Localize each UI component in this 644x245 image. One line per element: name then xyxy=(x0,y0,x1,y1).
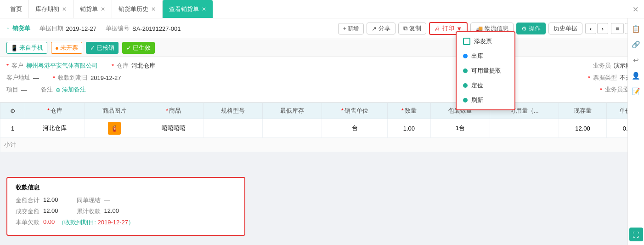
deal-amount-value: 12.00 xyxy=(43,207,58,216)
row-stock: 12.00 xyxy=(559,119,607,138)
dropdown-outbound[interactable]: 出库 xyxy=(457,49,514,63)
tab-home[interactable]: 首页 xyxy=(4,0,29,18)
dropdown-add-invoice[interactable]: 添发票 xyxy=(457,34,514,49)
sidebar-icon-link[interactable]: 🔗 xyxy=(629,38,643,51)
ops-dropdown: 添发票 出库 可用量提取 定位 刷新 xyxy=(456,31,515,110)
tab-home-label: 首页 xyxy=(10,5,22,13)
table-row: 1 河北仓库 🧯 嘻嘻嘻嘻 台 1.00 1台 12.00 0. xyxy=(0,119,644,138)
tab-sales-label: 销货单 xyxy=(80,5,98,13)
no-label: 单据编号 xyxy=(106,24,130,33)
due-date-value: 2019-12-27 xyxy=(90,74,121,81)
row-warehouse: 河北仓库 xyxy=(25,119,85,138)
settings-icon: ⚙ xyxy=(10,108,16,114)
doc-icon: ↑ xyxy=(6,25,10,32)
payment-row-1: 金额合计 12.00 同单现结 — xyxy=(16,196,236,205)
dropdown-refresh[interactable]: 刷新 xyxy=(457,93,514,108)
order-debt-field: 本单欠款 0.00 （收款到期日: 2019-12-27） xyxy=(16,218,134,227)
warehouse-value: 河北仓库 xyxy=(131,62,155,70)
subtotal-label: 小计 xyxy=(0,138,644,152)
cumulative-payment-value: 12.00 xyxy=(104,207,119,216)
tab-view-sales-label: 查看销货单 xyxy=(169,5,199,13)
same-order-settle-value: — xyxy=(104,196,110,205)
effect-button[interactable]: ✓ 已生效 xyxy=(122,42,155,54)
window-close-button[interactable]: ✕ xyxy=(633,5,638,13)
tab-view-sales-close[interactable]: ✕ xyxy=(202,6,206,12)
tab-inventory[interactable]: 库存期初 ✕ xyxy=(29,0,73,18)
doc-no-meta: 单据编号 SA-20191227-001 xyxy=(106,24,181,33)
tab-sales-history[interactable]: 销货单历史 ✕ xyxy=(112,0,163,18)
locate-dot xyxy=(463,83,468,88)
ops-button[interactable]: ⚙ 操作 xyxy=(516,23,546,34)
sidebar-icon-return[interactable]: ↩ xyxy=(629,53,643,67)
row-product: 嘻嘻嘻嘻 xyxy=(144,119,203,138)
invoice-icon xyxy=(463,38,470,45)
row-available xyxy=(490,119,559,138)
row-pkg-qty: 1台 xyxy=(430,119,490,138)
dropdown-available-qty[interactable]: 可用量提取 xyxy=(457,63,514,78)
tab-view-sales[interactable]: 查看销货单 ✕ xyxy=(163,0,213,18)
not-open-button[interactable]: ● 未开票 xyxy=(51,42,82,54)
col-stock: 现存量 xyxy=(559,103,607,119)
share-button[interactable]: ↗ 分享 xyxy=(367,23,395,34)
form-row-3: 项目 — 备注 ⊕ 添加备注 * 业务员孟 — xyxy=(6,85,638,94)
list-view-button[interactable]: ≡ xyxy=(611,23,624,34)
due-date-field: * 收款到期日 2019-12-27 xyxy=(53,74,121,82)
customer-field: * 客户 柳州粤港平安气体有限公司 xyxy=(6,62,98,70)
col-product-img: 商品图片 xyxy=(85,103,144,119)
row-product-img: 🧯 xyxy=(85,119,144,138)
copy-button[interactable]: ⧉ 复制 xyxy=(398,23,426,34)
tab-sales[interactable]: 销货单 ✕ xyxy=(73,0,112,18)
confirmed-button[interactable]: ✓ 已核销 xyxy=(86,42,119,54)
right-sidebar: 📋 🔗 ↩ 👤 📝 ⛶ xyxy=(627,18,644,245)
prev-arrow[interactable]: ‹ xyxy=(585,23,596,34)
cumulative-payment-field: 累计收款 12.00 xyxy=(77,207,119,216)
col-spec: 规格型号 xyxy=(203,103,263,119)
tab-sales-history-close[interactable]: ✕ xyxy=(151,6,156,12)
tab-sales-close[interactable]: ✕ xyxy=(101,6,105,12)
payment-row-2: 成交金额 12.00 累计收款 12.00 xyxy=(16,207,236,216)
sidebar-icon-expand[interactable]: ⛶ xyxy=(629,228,643,241)
doc-title-text: 销货单 xyxy=(12,24,30,33)
history-button[interactable]: 历史单据 xyxy=(548,23,582,34)
tab-sales-history-label: 销货单历史 xyxy=(119,5,148,13)
toolbar-row: 📱 来自手机 ● 未开票 ✓ 已核销 ✓ 已生效 xyxy=(0,39,644,57)
print-icon: 🖨 xyxy=(435,25,441,32)
date-value: 2019-12-27 xyxy=(66,25,97,32)
table-area: ⚙ *仓库 商品图片 *商品 规格型号 最低库存 *销售单位 *数量 包装数量 … xyxy=(0,103,644,152)
note-field: 备注 ⊕ 添加备注 xyxy=(41,85,86,94)
row-no: 1 xyxy=(0,119,25,138)
form-area: * 客户 柳州粤港平安气体有限公司 * 仓库 河北仓库 业务员 演示账号 客户地… xyxy=(0,57,644,103)
table-header: ⚙ *仓库 商品图片 *商品 规格型号 最低库存 *销售单位 *数量 包装数量 … xyxy=(0,103,644,119)
dropdown-locate[interactable]: 定位 xyxy=(457,78,514,93)
dot-orange: ● xyxy=(55,45,59,51)
doc-header: ↑ 销货单 单据日期 2019-12-27 单据编号 SA-20191227-0… xyxy=(0,18,644,39)
row-min-stock xyxy=(263,119,322,138)
payment-info-box: 收款信息 金额合计 12.00 同单现结 — 成交金额 12.00 累计收款 1… xyxy=(6,177,245,236)
col-settings[interactable]: ⚙ xyxy=(0,103,25,119)
total-amount-field: 金额合计 12.00 xyxy=(16,196,58,205)
tab-inventory-close[interactable]: ✕ xyxy=(62,6,67,12)
address-value: — xyxy=(33,74,39,81)
sidebar-icon-note[interactable]: 📝 xyxy=(629,85,643,98)
warehouse-field: * 仓库 河北仓库 xyxy=(112,62,155,70)
add-note-button[interactable]: ⊕ 添加备注 xyxy=(56,85,86,94)
order-debt-extra: （收款到期日: 2019-12-27） xyxy=(58,218,134,227)
new-button[interactable]: + 新增 xyxy=(338,23,364,34)
ops-icon: ⚙ xyxy=(521,25,527,32)
copy-icon: ⧉ xyxy=(403,25,407,32)
row-unit: 台 xyxy=(322,119,387,138)
col-qty: *数量 xyxy=(387,103,430,119)
mobile-icon: 📱 xyxy=(11,45,18,51)
payment-info-title: 收款信息 xyxy=(16,183,236,192)
next-arrow[interactable]: › xyxy=(597,23,608,34)
from-mobile-button[interactable]: 📱 来自手机 xyxy=(6,42,47,54)
customer-value[interactable]: 柳州粤港平安气体有限公司 xyxy=(26,62,98,70)
same-order-settle-field: 同单现结 — xyxy=(77,196,110,205)
total-amount-value: 12.00 xyxy=(43,196,58,205)
project-field: 项目 — xyxy=(6,85,27,94)
col-warehouse: *仓库 xyxy=(25,103,85,119)
col-unit: *销售单位 xyxy=(322,103,387,119)
sidebar-icon-user[interactable]: 👤 xyxy=(629,69,643,83)
sidebar-icon-doc[interactable]: 📋 xyxy=(629,22,643,36)
form-row-1: * 客户 柳州粤港平安气体有限公司 * 仓库 河北仓库 业务员 演示账号 xyxy=(6,62,638,70)
